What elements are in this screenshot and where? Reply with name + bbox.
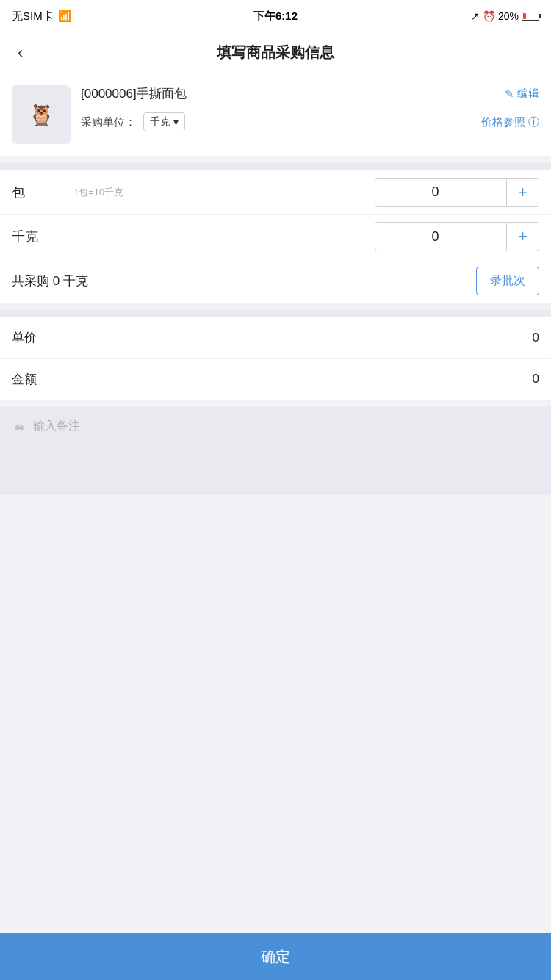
battery-icon: [522, 12, 539, 21]
bag-row: 包 1包=10千克 +: [0, 170, 551, 215]
battery-percent: 20%: [498, 10, 519, 22]
remark-placeholder: 输入备注: [33, 419, 80, 434]
bag-input-right: +: [375, 178, 539, 207]
content-area: 🦉 [0000006]手撕面包 ✎ 编辑 采购单位： 千克 ▾ 价格参照 ⓘ: [0, 73, 551, 547]
battery-fill: [523, 13, 526, 19]
kg-plus-button[interactable]: +: [507, 222, 539, 251]
confirm-button[interactable]: 确定: [261, 947, 290, 967]
unit-select[interactable]: 千克 ▾: [143, 112, 185, 131]
batch-button[interactable]: 录批次: [476, 267, 539, 295]
amount-row: 金额 0: [0, 359, 551, 400]
price-ref-label: 价格参照: [481, 115, 525, 129]
price-section: 单价 0 金额 0: [0, 317, 551, 400]
unit-price-row: 单价 0: [0, 317, 551, 359]
product-thumbnail-icon: 🦉: [29, 103, 54, 127]
product-card: 🦉 [0000006]手撕面包 ✎ 编辑 采购单位： 千克 ▾ 价格参照 ⓘ: [0, 73, 551, 156]
page-title: 填写商品采购信息: [217, 43, 334, 62]
edit-label: 编辑: [517, 87, 539, 101]
bag-sublabel: 1包=10千克: [73, 186, 123, 199]
product-header: [0000006]手撕面包 ✎ 编辑: [81, 85, 539, 102]
total-text: 共采购 0 千克: [12, 273, 88, 289]
bag-label: 包: [12, 184, 71, 201]
location-icon: ↗: [471, 10, 480, 22]
back-button[interactable]: ‹: [12, 37, 29, 68]
wifi-icon: 📶: [58, 10, 72, 23]
unit-price-value: 0: [533, 331, 539, 345]
section-divider-1: [0, 163, 551, 170]
price-reference-button[interactable]: 价格参照 ⓘ: [481, 115, 539, 129]
product-unit-row: 采购单位： 千克 ▾ 价格参照 ⓘ: [81, 112, 539, 131]
product-image: 🦉: [12, 85, 71, 144]
remark-section[interactable]: ✏ 输入备注: [0, 407, 551, 495]
amount-value: 0: [533, 372, 539, 386]
status-time: 下午6:12: [253, 10, 298, 24]
unit-label: 采购单位：: [81, 115, 136, 129]
kg-label: 千克: [12, 228, 71, 245]
status-left: 无SIM卡 📶: [12, 10, 72, 24]
status-bar: 无SIM卡 📶 下午6:12 ↗ ⏰ 20%: [0, 0, 551, 32]
status-right: ↗ ⏰ 20%: [471, 10, 539, 22]
total-row: 共采购 0 千克 录批次: [0, 259, 551, 303]
confirm-bar[interactable]: 确定: [0, 933, 551, 980]
pencil-icon: ✏: [15, 420, 26, 436]
bag-plus-button[interactable]: +: [507, 178, 539, 207]
product-info: [0000006]手撕面包 ✎ 编辑 采购单位： 千克 ▾ 价格参照 ⓘ: [81, 85, 539, 131]
nav-bar: ‹ 填写商品采购信息: [0, 32, 551, 73]
unit-price-label: 单价: [12, 329, 37, 346]
carrier-text: 无SIM卡: [12, 10, 54, 24]
edit-button[interactable]: ✎ 编辑: [505, 87, 539, 101]
kg-row: 千克 +: [0, 215, 551, 259]
help-icon: ⓘ: [528, 115, 539, 129]
bag-quantity-input[interactable]: [375, 178, 507, 207]
alarm-icon: ⏰: [483, 10, 495, 22]
kg-quantity-input[interactable]: [375, 222, 507, 251]
edit-icon: ✎: [505, 87, 514, 101]
quantity-section: 包 1包=10千克 + 千克 +: [0, 170, 551, 259]
kg-input-right: +: [375, 222, 539, 251]
unit-value: 千克: [150, 115, 170, 129]
amount-label: 金额: [12, 371, 37, 388]
section-divider-2: [0, 310, 551, 317]
product-name: [0000006]手撕面包: [81, 85, 187, 102]
chevron-down-icon: ▾: [173, 116, 179, 128]
